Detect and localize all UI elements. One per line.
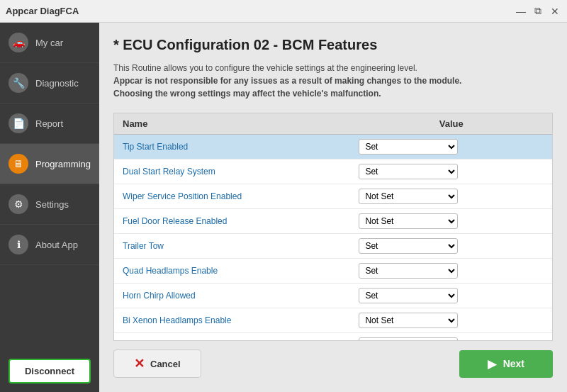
col-value-header: Value bbox=[350, 113, 552, 135]
cell-value: SetNot SetLatching SwitchMomentary Switc… bbox=[350, 284, 552, 308]
app-title: Appcar DiagFCA bbox=[6, 6, 79, 16]
cell-name: Fuel Door Release Enabled bbox=[114, 209, 350, 234]
cell-name: Trailer Tow bbox=[114, 234, 350, 259]
value-select[interactable]: SetNot SetLatching SwitchMomentary Switc… bbox=[359, 139, 458, 155]
cell-name: Dual Start Relay System bbox=[114, 159, 350, 184]
sidebar: 🚗 My car 🔧 Diagnostic 📄 Report 🖥 Program… bbox=[0, 23, 99, 392]
app-name-regular: Appcar bbox=[6, 6, 40, 16]
value-select[interactable]: SetNot SetLatching SwitchMomentary Switc… bbox=[359, 337, 458, 341]
config-table: Name Value Tip Start EnabledSetNot SetLa… bbox=[114, 113, 552, 341]
cell-name: Wiper Service Position Enabled bbox=[114, 184, 350, 209]
value-select[interactable]: SetNot SetLatching SwitchMomentary Switc… bbox=[359, 288, 458, 303]
minimize-button[interactable]: — bbox=[515, 5, 527, 18]
value-select[interactable]: SetNot SetLatching SwitchMomentary Switc… bbox=[359, 313, 458, 328]
sidebar-item-my-car[interactable]: 🚗 My car bbox=[0, 23, 99, 63]
app-body: 🚗 My car 🔧 Diagnostic 📄 Report 🖥 Program… bbox=[0, 23, 567, 392]
table-body: Tip Start EnabledSetNot SetLatching Swit… bbox=[114, 135, 552, 342]
sidebar-item-diagnostic[interactable]: 🔧 Diagnostic bbox=[0, 63, 99, 103]
cell-value: SetNot SetLatching SwitchMomentary Switc… bbox=[350, 159, 552, 184]
value-select[interactable]: SetNot SetLatching SwitchMomentary Switc… bbox=[359, 164, 458, 179]
description-line1: This Routine allows you to configure the… bbox=[113, 62, 553, 74]
cell-name: Hazard Lamp Configuration bbox=[114, 333, 350, 342]
window-controls: — ⧉ ✕ bbox=[515, 5, 561, 18]
cell-name: Tip Start Enabled bbox=[114, 135, 350, 159]
value-select[interactable]: SetNot SetLatching SwitchMomentary Switc… bbox=[359, 238, 458, 254]
sidebar-label-settings: Settings bbox=[35, 199, 69, 210]
table-row: Fuel Door Release EnabledSetNot SetLatch… bbox=[114, 209, 552, 234]
cell-value: SetNot SetLatching SwitchMomentary Switc… bbox=[350, 308, 552, 333]
cell-value: SetNot SetLatching SwitchMomentary Switc… bbox=[350, 234, 552, 259]
description-line2: Appcar is not responsible for any issues… bbox=[113, 74, 553, 87]
cancel-label: Cancel bbox=[150, 359, 181, 369]
table-row: Trailer TowSetNot SetLatching SwitchMome… bbox=[114, 234, 552, 259]
cancel-button[interactable]: ✕ Cancel bbox=[113, 349, 201, 378]
next-button[interactable]: ▶ Next bbox=[459, 350, 553, 378]
sidebar-label-about: About App bbox=[35, 240, 78, 250]
table-header-row: Name Value bbox=[114, 113, 552, 135]
sidebar-label-programming: Programming bbox=[35, 159, 91, 169]
table-row: Hazard Lamp ConfigurationSetNot SetLatch… bbox=[114, 333, 552, 342]
description-line3: Choosing the wrong settings may affect t… bbox=[113, 87, 553, 100]
cell-value: SetNot SetLatching SwitchMomentary Switc… bbox=[350, 209, 552, 234]
cell-value: SetNot SetLatching SwitchMomentary Switc… bbox=[350, 259, 552, 284]
settings-icon: ⚙ bbox=[9, 194, 28, 214]
bottom-bar: ✕ Cancel ▶ Next bbox=[113, 349, 553, 378]
sidebar-item-settings[interactable]: ⚙ Settings bbox=[0, 184, 99, 225]
col-name-header: Name bbox=[114, 113, 350, 135]
restore-button[interactable]: ⧉ bbox=[532, 5, 544, 18]
sidebar-label-report: Report bbox=[35, 118, 63, 129]
table-row: Wiper Service Position EnabledSetNot Set… bbox=[114, 184, 552, 209]
sidebar-spacer bbox=[0, 265, 99, 350]
description: This Routine allows you to configure the… bbox=[113, 62, 553, 100]
report-icon: 📄 bbox=[9, 113, 28, 133]
sidebar-label-my-car: My car bbox=[35, 38, 63, 48]
cell-name: Horn Chirp Allowed bbox=[114, 284, 350, 308]
sidebar-label-diagnostic: Diagnostic bbox=[35, 78, 79, 89]
title-bar: Appcar DiagFCA — ⧉ ✕ bbox=[0, 0, 567, 23]
config-table-container: Name Value Tip Start EnabledSetNot SetLa… bbox=[113, 113, 553, 341]
table-row: Quad Headlamps EnableSetNot SetLatching … bbox=[114, 259, 552, 284]
sidebar-item-report[interactable]: 📄 Report bbox=[0, 103, 99, 144]
close-button[interactable]: ✕ bbox=[549, 5, 561, 18]
value-select[interactable]: SetNot SetLatching SwitchMomentary Switc… bbox=[359, 189, 458, 204]
cell-name: Quad Headlamps Enable bbox=[114, 259, 350, 284]
sidebar-item-about[interactable]: ℹ About App bbox=[0, 225, 99, 265]
cell-name: Bi Xenon Headlamps Enable bbox=[114, 308, 350, 333]
cell-value: SetNot SetLatching SwitchMomentary Switc… bbox=[350, 184, 552, 209]
programming-icon: 🖥 bbox=[9, 154, 28, 174]
disconnect-button[interactable]: Disconnect bbox=[9, 359, 91, 383]
next-label: Next bbox=[503, 358, 524, 369]
table-row: Tip Start EnabledSetNot SetLatching Swit… bbox=[114, 135, 552, 159]
cancel-icon: ✕ bbox=[134, 356, 145, 371]
page-title: * ECU Configuration 02 - BCM Features bbox=[113, 37, 553, 53]
my-car-icon: 🚗 bbox=[9, 33, 28, 52]
play-icon: ▶ bbox=[488, 357, 496, 371]
table-row: Bi Xenon Headlamps EnableSetNot SetLatch… bbox=[114, 308, 552, 333]
cell-value: SetNot SetLatching SwitchMomentary Switc… bbox=[350, 333, 552, 342]
table-row: Horn Chirp AllowedSetNot SetLatching Swi… bbox=[114, 284, 552, 308]
sidebar-item-programming[interactable]: 🖥 Programming bbox=[0, 144, 99, 184]
diagnostic-icon: 🔧 bbox=[9, 73, 28, 93]
value-select[interactable]: SetNot SetLatching SwitchMomentary Switc… bbox=[359, 263, 458, 279]
table-row: Dual Start Relay SystemSetNot SetLatchin… bbox=[114, 159, 552, 184]
value-select[interactable]: SetNot SetLatching SwitchMomentary Switc… bbox=[359, 213, 458, 229]
cell-value: SetNot SetLatching SwitchMomentary Switc… bbox=[350, 135, 552, 159]
main-content: * ECU Configuration 02 - BCM Features Th… bbox=[99, 23, 567, 392]
app-name-bold: DiagFCA bbox=[40, 6, 79, 16]
about-icon: ℹ bbox=[9, 235, 28, 254]
